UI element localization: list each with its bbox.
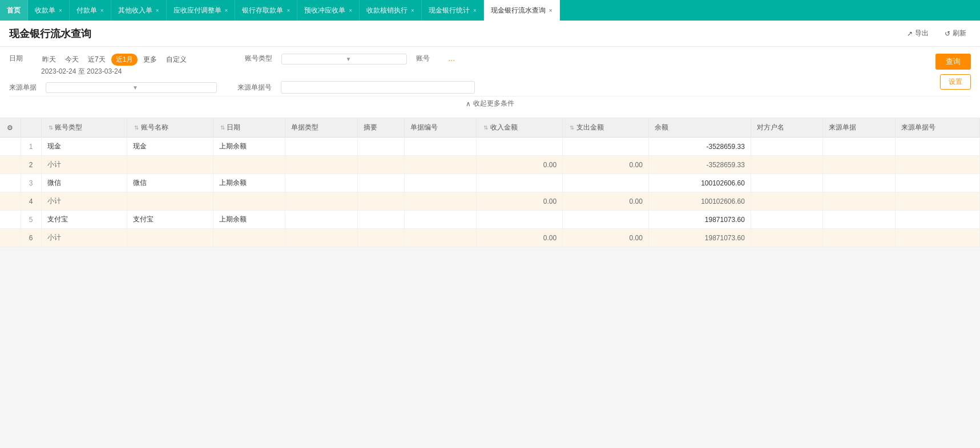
balance-col-header: 余额: [648, 118, 751, 138]
date-option-custom[interactable]: 自定义: [163, 54, 190, 66]
nav-item-close-receipt-verify[interactable]: ×: [411, 7, 414, 14]
table-cell: [357, 156, 404, 174]
table-row: 1现金现金上期余额-3528659.33: [0, 138, 980, 156]
account-type-col-header[interactable]: ⇅ 账号类型: [41, 118, 127, 138]
nav-item-cash-bank-flow[interactable]: 现金银行流水查询×: [484, 0, 560, 21]
nav-item-ar-ap-adjust[interactable]: 应收应付调整单×: [167, 0, 236, 21]
date-option-7days[interactable]: 近7天: [84, 54, 109, 66]
filter-left: 日期 昨天 今天 近7天 近1月 更多 自定义 2023-02-24 至 202…: [9, 54, 926, 94]
top-nav: 首页收款单×付款单×其他收入单×应收应付调整单×银行存取款单×预收冲应收单×收款…: [0, 0, 980, 21]
table-cell: 19871073.60: [648, 211, 751, 229]
table-cell: -3528659.33: [648, 156, 751, 174]
table-cell: [213, 192, 285, 211]
table-cell: [477, 138, 563, 156]
table-cell: [477, 211, 563, 229]
nav-item-other-income[interactable]: 其他收入单×: [111, 0, 167, 21]
source-doc-no-col-header: 来源单据号: [895, 118, 979, 138]
table-container: ⚙ ⇅ 账号类型 ⇅ 账号名称 ⇅ 日期 单据类型 摘要 单据编号 ⇅ 收入金额…: [0, 118, 980, 247]
source-doc-filter-group: 来源单据 ▼ 来源单据号: [9, 81, 926, 94]
nav-item-bank-deposit[interactable]: 银行存取款单×: [235, 0, 297, 21]
nav-item-close-cash-bank-flow[interactable]: ×: [549, 7, 552, 14]
date-col-header[interactable]: ⇅ 日期: [213, 118, 285, 138]
table-row: 5支付宝支付宝上期余额19871073.60: [0, 211, 980, 229]
table-row: 3微信微信上期余额100102606.60: [0, 174, 980, 192]
table-cell: [405, 229, 477, 247]
nav-item-close-receipt[interactable]: ×: [59, 7, 62, 14]
summary-col-header[interactable]: 摘要: [357, 118, 404, 138]
page-header: 现金银行流水查询 ↗ 导出 ↺ 刷新: [0, 21, 980, 47]
gear-col-header[interactable]: ⚙: [0, 118, 21, 138]
table-cell: [477, 174, 563, 192]
date-option-1month[interactable]: 近1月: [111, 54, 138, 66]
doc-type-col-header[interactable]: 单据类型: [285, 118, 357, 138]
nav-item-home[interactable]: 首页: [0, 0, 28, 21]
table-cell: -3528659.33: [648, 138, 751, 156]
table-cell: [751, 192, 822, 211]
table-cell: [285, 192, 357, 211]
date-filter-group: 日期 昨天 今天 近7天 近1月 更多 自定义 2023-02-24 至 202…: [9, 54, 926, 76]
nav-item-close-ar-ap-adjust[interactable]: ×: [225, 7, 228, 14]
nav-item-close-advance-offset[interactable]: ×: [349, 7, 352, 14]
nav-item-close-bank-deposit[interactable]: ×: [287, 7, 290, 14]
refresh-icon: ↺: [945, 30, 950, 38]
date-option-yesterday[interactable]: 昨天: [39, 54, 59, 66]
source-doc-label: 来源单据: [9, 83, 37, 92]
nav-item-close-other-income[interactable]: ×: [156, 7, 159, 14]
table-cell: 支付宝: [41, 211, 127, 229]
table-cell: 上期余额: [213, 138, 285, 156]
table-cell: [823, 211, 895, 229]
nav-item-close-payment[interactable]: ×: [100, 7, 104, 14]
nav-item-advance-offset[interactable]: 预收冲应收单×: [297, 0, 360, 21]
query-button[interactable]: 查询: [935, 54, 971, 70]
account-name-col-header[interactable]: ⇅ 账号名称: [127, 118, 213, 138]
refresh-button[interactable]: ↺ 刷新: [940, 26, 971, 41]
nav-item-cash-bank-stat[interactable]: 现金银行统计×: [422, 0, 484, 21]
table-cell: [127, 192, 213, 211]
date-option-today[interactable]: 今天: [62, 54, 82, 66]
nav-item-receipt-verify[interactable]: 收款核销执行×: [360, 0, 422, 21]
source-doc-select[interactable]: ▼: [46, 82, 217, 93]
table-cell: [895, 229, 979, 247]
sort-icon-5: ⇅: [570, 124, 574, 131]
table-cell: [285, 156, 357, 174]
table-cell: 0.00: [477, 192, 563, 211]
table-cell: [0, 138, 21, 156]
export-button[interactable]: ↗ 导出: [902, 26, 933, 41]
nav-item-receipt[interactable]: 收款单×: [28, 0, 70, 21]
table-cell: 小计: [41, 156, 127, 174]
table-header: ⚙ ⇅ 账号类型 ⇅ 账号名称 ⇅ 日期 单据类型 摘要 单据编号 ⇅ 收入金额…: [0, 118, 980, 138]
table-cell: 6: [21, 229, 41, 247]
settings-button[interactable]: 设置: [940, 74, 971, 90]
account-label: 账号: [416, 54, 437, 63]
sort-icon-2: ⇅: [134, 124, 139, 131]
account-ellipsis-button[interactable]: ...: [446, 54, 457, 63]
date-option-more[interactable]: 更多: [140, 54, 160, 66]
num-col-header: [21, 118, 41, 138]
table-cell: [357, 192, 404, 211]
table-cell: 上期余额: [213, 174, 285, 192]
nav-item-close-cash-bank-stat[interactable]: ×: [473, 7, 477, 14]
table-cell: [405, 211, 477, 229]
nav-item-payment[interactable]: 付款单×: [70, 0, 111, 21]
table-cell: 100102606.60: [648, 174, 751, 192]
table-cell: [285, 138, 357, 156]
table-cell: 19871073.60: [648, 229, 751, 247]
table-cell: [357, 138, 404, 156]
table-cell: [357, 174, 404, 192]
header-actions: ↗ 导出 ↺ 刷新: [902, 26, 971, 41]
filter-main-row: 日期 昨天 今天 近7天 近1月 更多 自定义 2023-02-24 至 202…: [9, 54, 971, 94]
table-cell: [563, 211, 649, 229]
table-cell: 上期余额: [213, 211, 285, 229]
collapse-button[interactable]: ∧ 收起更多条件: [9, 96, 971, 111]
source-doc-no-input[interactable]: [281, 81, 475, 94]
account-type-select[interactable]: ▼: [281, 54, 407, 64]
table-cell: [823, 174, 895, 192]
expense-col-header[interactable]: ⇅ 支出金额: [563, 118, 649, 138]
table-cell: [213, 156, 285, 174]
table-cell: [823, 229, 895, 247]
doc-no-col-header[interactable]: 单据编号: [405, 118, 477, 138]
table-row: 4小计0.000.00100102606.60: [0, 192, 980, 211]
account-type-arrow-icon: ▼: [345, 56, 402, 62]
table-cell: [895, 211, 979, 229]
income-col-header[interactable]: ⇅ 收入金额: [477, 118, 563, 138]
